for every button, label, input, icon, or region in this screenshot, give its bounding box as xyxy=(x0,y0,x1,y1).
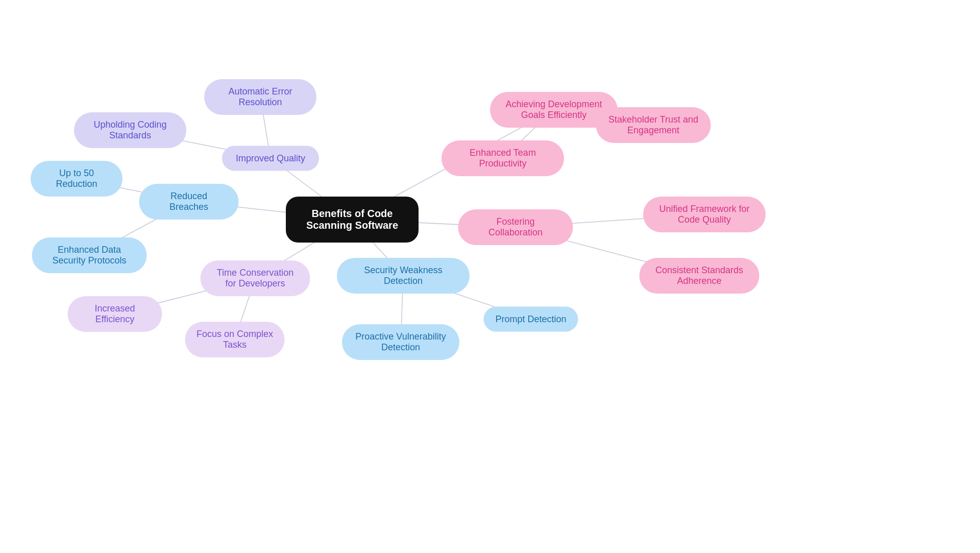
node-upholding-coding: Upholding Coding Standards xyxy=(74,112,186,148)
mindmap-container: Benefits of Code Scanning SoftwareImprov… xyxy=(0,0,980,553)
node-enhanced-data: Enhanced Data Security Protocols xyxy=(32,237,147,273)
node-focus-complex: Focus on Complex Tasks xyxy=(185,322,285,357)
node-reduced-breaches: Reduced Breaches xyxy=(139,184,239,220)
node-increased-efficiency: Increased Efficiency xyxy=(68,296,162,332)
node-automatic-error: Automatic Error Resolution xyxy=(204,79,316,115)
node-enhanced-team: Enhanced Team Productivity xyxy=(442,140,564,176)
connections-svg xyxy=(0,0,980,553)
node-fostering-collab: Fostering Collaboration xyxy=(458,209,573,245)
node-security-weakness: Security Weakness Detection xyxy=(337,258,470,294)
node-improved-quality: Improved Quality xyxy=(222,146,319,171)
node-up-to-50: Up to 50 Reduction xyxy=(31,161,122,197)
node-prompt-detection: Prompt Detection xyxy=(484,307,578,332)
node-stakeholder-trust: Stakeholder Trust and Engagement xyxy=(596,107,711,143)
node-proactive-vuln: Proactive Vulnerability Detection xyxy=(342,324,459,360)
center-node: Benefits of Code Scanning Software xyxy=(286,197,419,243)
node-consistent-standards: Consistent Standards Adherence xyxy=(640,258,760,294)
node-unified-framework: Unified Framework for Code Quality xyxy=(643,197,766,232)
node-time-conservation: Time Conservation for Developers xyxy=(201,260,310,296)
